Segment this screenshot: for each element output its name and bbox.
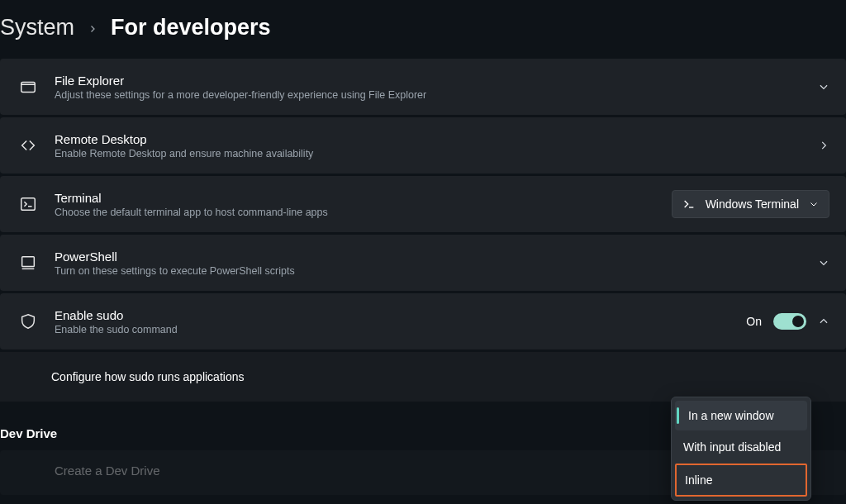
chevron-right-icon <box>818 140 829 151</box>
chevron-up-icon <box>818 316 829 327</box>
chevron-right-icon <box>88 24 97 34</box>
enable-sudo-title: Enable sudo <box>55 308 746 322</box>
remote-desktop-desc: Enable Remote Desktop and ensure machine… <box>55 148 818 159</box>
remote-desktop-title: Remote Desktop <box>55 132 818 146</box>
shield-icon <box>17 310 40 333</box>
sudo-config-label: Configure how sudo runs applications <box>51 370 829 383</box>
powershell-icon <box>17 251 40 274</box>
drive-icon <box>17 459 40 482</box>
terminal-dropdown-value: Windows Terminal <box>706 197 799 211</box>
terminal-icon <box>17 193 40 216</box>
folder-icon <box>17 75 40 98</box>
file-explorer-title: File Explorer <box>55 74 818 88</box>
terminal-dropdown[interactable]: Windows Terminal <box>672 190 829 218</box>
terminal-title: Terminal <box>55 191 672 205</box>
sudo-toggle[interactable] <box>773 313 806 330</box>
enable-sudo-desc: Enable the sudo command <box>55 324 746 335</box>
powershell-row[interactable]: PowerShell Turn on these settings to exe… <box>0 235 846 291</box>
remote-icon <box>17 134 40 157</box>
file-explorer-desc: Adjust these settings for a more develop… <box>55 89 818 101</box>
terminal-desc: Choose the default terminal app to host … <box>55 207 672 218</box>
settings-list: File Explorer Adjust these settings for … <box>0 59 846 402</box>
remote-desktop-row[interactable]: Remote Desktop Enable Remote Desktop and… <box>0 117 846 174</box>
breadcrumb-current: For developers <box>111 15 271 40</box>
sudo-config-row[interactable]: Configure how sudo runs applications <box>0 352 846 402</box>
sudo-toggle-label: On <box>746 315 762 328</box>
breadcrumb: System For developers <box>0 0 846 59</box>
powershell-title: PowerShell <box>55 250 818 264</box>
windows-terminal-icon <box>682 197 696 211</box>
svg-rect-1 <box>21 198 36 211</box>
sudo-mode-new-window[interactable]: In a new window <box>675 401 807 430</box>
terminal-row[interactable]: Terminal Choose the default terminal app… <box>0 176 846 232</box>
powershell-desc: Turn on these settings to execute PowerS… <box>55 265 818 277</box>
breadcrumb-parent[interactable]: System <box>0 15 74 40</box>
sudo-mode-inline[interactable]: Inline <box>675 464 807 497</box>
svg-rect-0 <box>21 83 36 93</box>
chevron-down-icon <box>818 257 829 269</box>
chevron-down-icon <box>818 81 829 93</box>
chevron-down-icon <box>809 199 819 209</box>
enable-sudo-row[interactable]: Enable sudo Enable the sudo command On <box>0 293 846 349</box>
sudo-mode-dropdown: In a new window With input disabled Inli… <box>671 397 811 501</box>
sudo-mode-input-disabled[interactable]: With input disabled <box>675 432 807 462</box>
svg-rect-4 <box>22 257 35 267</box>
file-explorer-row[interactable]: File Explorer Adjust these settings for … <box>0 59 846 115</box>
